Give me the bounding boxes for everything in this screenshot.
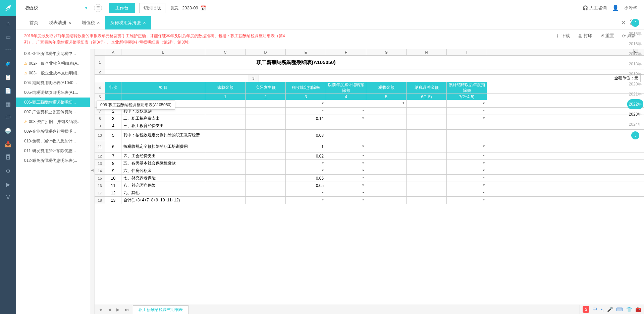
- cell-item[interactable]: 合计(1+3+4+7+8+9+10+11+12): [121, 197, 205, 204]
- year-button[interactable]: 2016年: [627, 39, 643, 49]
- workspace-button[interactable]: 工作台: [109, 3, 135, 13]
- cell-item[interactable]: 二、职工福利费支出: [121, 115, 205, 122]
- row-num[interactable]: 10: [95, 130, 105, 141]
- row-num[interactable]: 1: [95, 56, 105, 69]
- year-button[interactable]: 2022年: [627, 99, 643, 109]
- cell[interactable]: [205, 175, 246, 182]
- ime-logo[interactable]: S: [583, 306, 589, 313]
- corner-cell[interactable]: [95, 49, 105, 55]
- tax-type-selector[interactable]: 增值税 ▾: [24, 5, 87, 11]
- grid-body[interactable]: 1 职工薪酬纳税调整明细表(A105050) 2 3 金额单位：元 4 行次: [95, 56, 644, 305]
- cell[interactable]: *: [447, 152, 487, 160]
- home-icon[interactable]: ⌂: [5, 20, 11, 27]
- reset-button[interactable]: ↺ 重置: [600, 33, 614, 39]
- cell[interactable]: [366, 152, 407, 160]
- cell[interactable]: [205, 189, 246, 196]
- cell[interactable]: [366, 189, 407, 196]
- row-num[interactable]: 18: [95, 197, 105, 204]
- cell[interactable]: *: [447, 182, 487, 189]
- year-button[interactable]: 2017年: [627, 49, 643, 59]
- period-value[interactable]: 2023-09: [182, 5, 198, 10]
- cell[interactable]: *: [326, 108, 366, 115]
- cell[interactable]: *: [286, 197, 326, 204]
- cell[interactable]: [366, 122, 407, 129]
- cell[interactable]: *: [286, 189, 326, 196]
- row-num[interactable]: 11: [95, 141, 105, 152]
- cell[interactable]: *: [326, 175, 366, 182]
- cell[interactable]: [205, 100, 246, 107]
- year-button[interactable]: 2021年: [627, 89, 643, 99]
- cell[interactable]: [366, 130, 407, 141]
- cell[interactable]: *: [326, 167, 366, 174]
- form-list-item[interactable]: 005-纳税调整项目明细表(A1...: [16, 88, 90, 98]
- cell[interactable]: [407, 167, 447, 174]
- cell[interactable]: *: [447, 108, 487, 115]
- cell[interactable]: *: [326, 182, 366, 189]
- cell[interactable]: 0.05: [286, 175, 326, 182]
- cell[interactable]: [205, 141, 246, 152]
- cell-index[interactable]: 13: [105, 197, 121, 204]
- cell[interactable]: [366, 160, 407, 167]
- cell[interactable]: [246, 141, 286, 152]
- clipboard-icon[interactable]: 📋: [5, 74, 11, 80]
- tab[interactable]: 增值税×: [76, 16, 105, 29]
- v-icon[interactable]: V: [5, 194, 11, 201]
- cell[interactable]: [407, 115, 447, 122]
- cell-item[interactable]: 按税收规定全额扣除的职工培训费用: [121, 141, 205, 152]
- row-num[interactable]: 3: [248, 75, 259, 82]
- form-list-item[interactable]: 001-企业所得税年度纳税申...: [16, 49, 90, 59]
- cell[interactable]: 1: [286, 141, 326, 152]
- cell-index[interactable]: 12: [105, 189, 121, 196]
- cell-item[interactable]: 四、工会经费支出: [121, 152, 205, 160]
- calendar-icon[interactable]: 📅: [200, 5, 206, 11]
- col-header[interactable]: H: [407, 49, 447, 55]
- cell[interactable]: [326, 122, 366, 129]
- col-header[interactable]: F: [326, 49, 366, 55]
- cell-item[interactable]: 其中：按税收规定比例扣除的职工教育经费: [121, 130, 205, 141]
- download-button[interactable]: ⭳ 下载: [555, 33, 570, 39]
- row-num[interactable]: 17: [95, 189, 105, 196]
- cell[interactable]: 0.02: [286, 152, 326, 160]
- cell-item[interactable]: 六、住房公积金: [121, 167, 205, 174]
- cell[interactable]: *: [286, 108, 326, 115]
- cell-item[interactable]: 七、补充养老保险: [121, 175, 205, 182]
- cell[interactable]: [447, 130, 487, 141]
- cell[interactable]: [246, 189, 286, 196]
- row-num[interactable]: 9: [95, 122, 105, 129]
- form-list-item[interactable]: 011-研发费用加计扣除优惠...: [16, 146, 90, 156]
- cell[interactable]: *: [447, 197, 487, 204]
- year-button[interactable]: 2015年: [627, 29, 643, 39]
- cell[interactable]: *: [447, 160, 487, 167]
- switch-old-button[interactable]: 切到旧版: [139, 3, 165, 13]
- cell[interactable]: *: [326, 189, 366, 196]
- form-list-item[interactable]: 007-广告费和业务宣传费跨...: [16, 107, 90, 117]
- cell-index[interactable]: 4: [105, 122, 121, 129]
- cell[interactable]: [205, 130, 246, 141]
- cell[interactable]: *: [447, 100, 487, 107]
- col-header[interactable]: I: [447, 49, 487, 55]
- cell-item[interactable]: 三、职工教育经费支出: [121, 122, 205, 129]
- consult-link[interactable]: 🎧 人工咨询: [583, 5, 607, 11]
- cell-index[interactable]: 5: [105, 130, 121, 141]
- bag-icon[interactable]: 🧳: [5, 60, 11, 67]
- cell[interactable]: *: [326, 197, 366, 204]
- cell-item[interactable]: 九、其他: [121, 189, 205, 196]
- cell[interactable]: *: [326, 141, 366, 152]
- cell-index[interactable]: 3: [105, 115, 121, 122]
- ime-punct-icon[interactable]: •,: [601, 307, 604, 312]
- row-num[interactable]: 8: [95, 115, 105, 122]
- row-num[interactable]: 14: [95, 167, 105, 174]
- year-down-icon[interactable]: ⌄: [631, 131, 639, 139]
- cell[interactable]: [205, 108, 246, 115]
- collapse-handle[interactable]: [90, 49, 95, 314]
- form-list-item[interactable]: 006-职工薪酬纳税调整明细...: [16, 98, 90, 107]
- cell-index[interactable]: 11: [105, 182, 121, 189]
- doc-icon[interactable]: 📄: [5, 87, 11, 94]
- cell[interactable]: [366, 182, 407, 189]
- cell[interactable]: [407, 182, 447, 189]
- year-button[interactable]: 2019年: [627, 69, 643, 79]
- col-header[interactable]: G: [366, 49, 407, 55]
- cell[interactable]: *: [326, 152, 366, 160]
- close-icon[interactable]: ×: [97, 20, 100, 25]
- cell[interactable]: *: [447, 115, 487, 122]
